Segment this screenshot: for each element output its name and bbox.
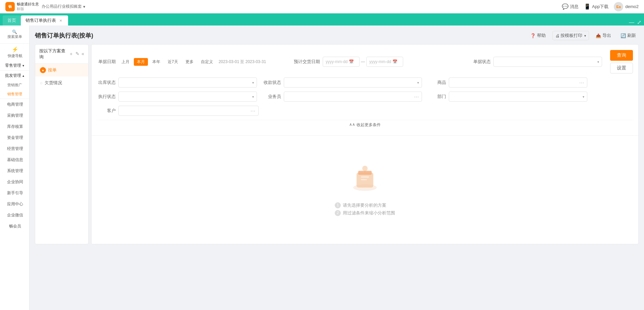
salesman-more-icon[interactable]: ···	[414, 94, 419, 99]
dept-arrow: ▾	[583, 95, 584, 99]
message-label: 消息	[570, 4, 579, 10]
tab-maximize-icon[interactable]: ⤢	[637, 19, 641, 25]
sidebar-item-member[interactable]: 畅会员	[0, 221, 29, 232]
export-icon: 📤	[596, 33, 601, 38]
customer-select[interactable]: ···	[118, 106, 259, 116]
filter-group-ship-status: 出库状态 ▾	[97, 78, 257, 88]
settings-button[interactable]: 设置	[610, 63, 633, 73]
breadcrumb-title: 办公用品行业模拟账套	[42, 4, 82, 9]
sidebar-item-purchase[interactable]: 采购管理	[0, 110, 29, 121]
svg-rect-3	[361, 176, 369, 177]
collapse-panel-button[interactable]: «	[82, 51, 84, 57]
message-icon: 💬	[562, 3, 569, 10]
sidebar-item-appcenter[interactable]: 应用中心	[0, 199, 29, 210]
expected-date-label: 预计交货日期	[293, 59, 320, 65]
sidebar-item-enterprise[interactable]: 企业协同	[0, 176, 29, 188]
app-download-action[interactable]: 📱 App下载	[584, 3, 608, 10]
enterprise-label: 企业协同	[7, 179, 23, 185]
sidebar-sub-sales[interactable]: 销售管理	[0, 90, 29, 99]
breadcrumb: 办公用品行业模拟账套 ▾	[42, 4, 85, 9]
collapse-row[interactable]: ∧∧ 收起更多条件	[97, 120, 633, 130]
tab-bar-right: — ⤢	[629, 19, 641, 25]
appcenter-label: 应用中心	[7, 201, 23, 207]
sidebar-item-finance[interactable]: 资金管理	[0, 132, 29, 143]
header-right: 💬 消息 📱 App下载 Ea demo2	[562, 2, 639, 11]
left-panel-header: 按以下方案查询 ＋ ✎ «	[35, 45, 88, 64]
member-label: 畅会员	[9, 223, 21, 229]
sidebar-item-ecommerce[interactable]: 电商管理	[0, 99, 29, 110]
dept-label: 部门	[427, 94, 446, 100]
filter-actions: 查询 设置	[610, 50, 633, 73]
help-button[interactable]: ❓ 帮助	[528, 31, 548, 40]
sidebar-group-retail: 零售管理 ▾	[0, 61, 29, 71]
sidebar-item-inventory[interactable]: 库存核算	[0, 121, 29, 132]
left-panel-item-按单-label: 按单	[48, 67, 57, 73]
sidebar: 🔍 搜索菜单 ⚡ 快捷导航 零售管理 ▾ 批发管理 ▴ 营销推广 销售管理 电商…	[0, 25, 30, 310]
tab-minimize-icon[interactable]: —	[629, 19, 634, 25]
left-panel-title: 按以下方案查询	[39, 48, 69, 60]
print-button[interactable]: 🖨 按模板打印 ▾	[552, 31, 589, 40]
sidebar-search-area: 🔍 搜索菜单	[0, 25, 29, 44]
search-menu-button[interactable]: 🔍 搜索菜单	[3, 28, 26, 41]
dept-select[interactable]: ▾	[449, 92, 587, 102]
page-actions: ❓ 帮助 🖨 按模板打印 ▾ 📤 导出 🔄 刷新	[528, 31, 639, 40]
sidebar-item-quick-nav[interactable]: ⚡ 快捷导航	[0, 44, 29, 61]
goods-select[interactable]: ···	[449, 78, 587, 88]
customer-label: 客户	[97, 108, 116, 114]
ship-status-arrow: ▾	[252, 81, 254, 85]
quick-nav-label: 快捷导航	[8, 54, 22, 58]
date-tag-近7天[interactable]: 近7天	[165, 58, 181, 66]
add-scheme-button[interactable]: ＋	[69, 51, 73, 57]
calendar-icon-2: 📅	[392, 59, 397, 64]
ship-status-select[interactable]: ▾	[118, 78, 257, 88]
customer-more-icon[interactable]: ···	[251, 108, 256, 113]
sidebar-item-basic[interactable]: 基础信息	[0, 154, 29, 165]
help-icon: ❓	[530, 33, 536, 38]
retail-group-header[interactable]: 零售管理 ▾	[0, 61, 29, 70]
refresh-button[interactable]: 🔄 刷新	[618, 31, 639, 40]
expected-date-from[interactable]: yyyy-mm-dd 📅	[323, 57, 360, 67]
sidebar-item-system[interactable]: 系统管理	[0, 165, 29, 176]
goods-more-icon[interactable]: ···	[579, 80, 584, 85]
query-button[interactable]: 查询	[610, 50, 633, 61]
purchase-label: 采购管理	[7, 113, 23, 118]
filter-row-4: 客户 ···	[97, 106, 633, 116]
right-panel: 单据日期 上月 本月 本年 近7天 更多 自定义 2023-03-01 至 20…	[91, 44, 639, 244]
logo-text: 畅捷通好生意 标版	[17, 2, 39, 11]
collapse-label: 收起更多条件	[357, 122, 381, 128]
filter-group-salesman: 业务员 ···	[262, 92, 422, 102]
left-panel-item-欠货情况[interactable]: ○ 欠货情况	[35, 76, 88, 89]
search-icon: 🔍	[12, 30, 17, 34]
salesman-select[interactable]: ···	[284, 92, 422, 102]
edit-scheme-button[interactable]: ✎	[75, 51, 79, 57]
sidebar-sub-marketing[interactable]: 营销推广	[0, 81, 29, 90]
date-tag-本年[interactable]: 本年	[149, 58, 163, 66]
tab-close-icon[interactable]: ✕	[58, 18, 63, 23]
user-area[interactable]: Ea demo2	[614, 2, 639, 11]
breadcrumb-arrow[interactable]: ▾	[83, 4, 85, 9]
collect-status-arrow: ▾	[417, 81, 419, 85]
export-button[interactable]: 📤 导出	[593, 31, 614, 40]
sidebar-item-newuser[interactable]: 新手引导	[0, 188, 29, 199]
sidebar-item-operations[interactable]: 经营管理	[0, 143, 29, 154]
order-status-select[interactable]: ▾	[493, 57, 602, 67]
tab-home[interactable]: 首页	[3, 15, 21, 25]
collect-status-select[interactable]: ▾	[284, 78, 422, 88]
top-header: 畅 畅捷通好生意 标版 办公用品行业模拟账套 ▾ 💬 消息 📱 App下载 Ea…	[0, 0, 644, 13]
date-tag-自定义[interactable]: 自定义	[198, 58, 216, 66]
wholesale-group-header[interactable]: 批发管理 ▴	[0, 71, 29, 81]
date-tag-本月[interactable]: 本月	[134, 58, 148, 66]
date-from-placeholder: yyyy-mm-dd	[326, 59, 347, 64]
tab-sales-order[interactable]: 销售订单执行表 ✕	[21, 15, 68, 25]
sidebar-item-wechat[interactable]: 企业微信	[0, 210, 29, 221]
exec-status-label: 执行状态	[97, 94, 116, 100]
date-tag-更多[interactable]: 更多	[182, 58, 197, 66]
date-tag-上月[interactable]: 上月	[118, 58, 132, 66]
tab-home-label: 首页	[7, 17, 16, 23]
inventory-label: 库存核算	[7, 124, 23, 130]
expected-date-to[interactable]: yyyy-mm-dd 📅	[366, 57, 403, 67]
message-action[interactable]: 💬 消息	[562, 3, 579, 10]
marketing-label: 营销推广	[7, 83, 22, 88]
left-panel-item-按单[interactable]: ● 按单	[35, 64, 88, 76]
exec-status-select[interactable]: ▾	[118, 92, 257, 102]
